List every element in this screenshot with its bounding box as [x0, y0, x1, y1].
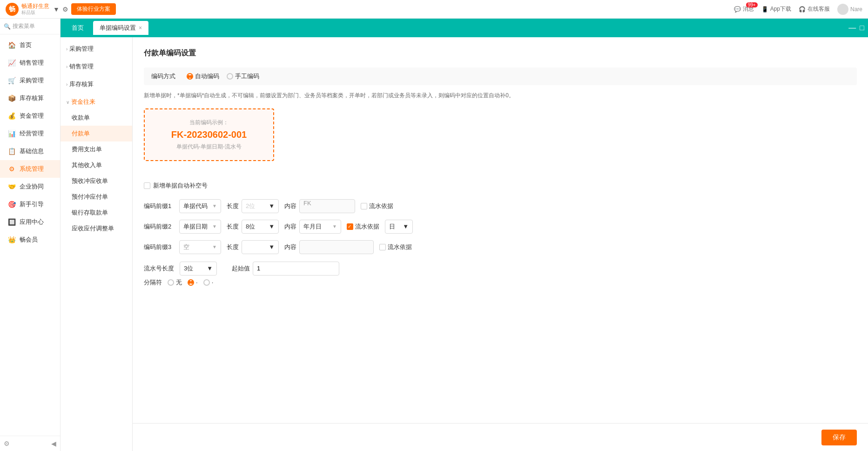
sub-menu-item-receipt[interactable]: 收款单 — [61, 110, 132, 126]
sub-menu-item-payment[interactable]: 付款单 — [61, 126, 132, 141]
start-value-input[interactable] — [253, 262, 339, 276]
sub-menu-purchase[interactable]: › 采购管理 — [61, 41, 132, 57]
auto-fill-checkbox[interactable] — [144, 182, 150, 189]
prefix2-label: 编码前缀2 — [144, 222, 174, 231]
serial-checkbox-3[interactable] — [379, 244, 386, 250]
serial-checkbox-2[interactable] — [347, 223, 353, 230]
sidebar-item-enterprise[interactable]: 🤝 企业协同 — [0, 178, 60, 195]
prefix1-select[interactable]: 单据代码 ▼ — [179, 199, 221, 213]
message-icon: 💬 — [734, 6, 741, 13]
sub-menu-fund[interactable]: ∨ 资金往来 — [61, 94, 132, 110]
auto-fill-row: 新增单据自动补空号 — [144, 182, 857, 190]
chevron-down-icon: ▼ — [212, 244, 217, 249]
chevron-right-icon: › — [66, 64, 67, 69]
auto-code-radio-circle — [187, 73, 193, 80]
sub-menu-item-adjustment[interactable]: 应收应付调整单 — [61, 221, 132, 236]
sep-dot-radio-circle — [188, 279, 194, 286]
auto-code-radio[interactable]: 自动编码 — [187, 72, 219, 81]
separator-row: 分隔符 无 · · — [144, 278, 857, 287]
message-button[interactable]: 💬 消息 99+ — [734, 5, 754, 13]
system-icon: ⚙ — [7, 165, 16, 173]
sidebar-search[interactable]: 🔍 搜索菜单 — [0, 19, 60, 34]
tab-home[interactable]: 首页 — [64, 21, 91, 35]
form-row-3: 编码前缀3 空 ▼ 长度 ▼ — [144, 240, 857, 254]
serial-length-select[interactable]: 3位 ▼ — [180, 262, 217, 276]
sub-menu-item-prepaid-receivable[interactable]: 预收冲应收单 — [61, 173, 132, 189]
sidebar-item-home[interactable]: 🏠 首页 — [0, 36, 60, 54]
content2-select[interactable]: 年月日 ▼ — [299, 220, 341, 234]
online-service-button[interactable]: 🎧 在线客服 — [799, 5, 830, 13]
length1-select[interactable]: 2位 ▼ — [242, 199, 279, 213]
purchase-icon: 🛒 — [7, 76, 16, 85]
logo-text: 畅通好生意 标品版 — [21, 3, 49, 15]
chevron-down-icon: ▼ — [212, 224, 217, 229]
trial-button[interactable]: 体验行业方案 — [71, 3, 116, 15]
content1-input: FK — [299, 199, 355, 213]
top-bar: 畅 畅通好生意 标品版 ▼ ⚙ 体验行业方案 💬 消息 99+ 📱 App下载 … — [0, 0, 868, 19]
sub-menu-item-bank-deposit[interactable]: 银行存取款单 — [61, 205, 132, 221]
sidebar-item-finance[interactable]: 💰 资金管理 — [0, 107, 60, 125]
logo-icon: 畅 — [6, 3, 19, 16]
sub-menu-item-expense[interactable]: 费用支出单 — [61, 141, 132, 157]
search-icon: 🔍 — [4, 23, 11, 30]
sidebar-item-inventory[interactable]: 📦 库存核算 — [0, 89, 60, 107]
chevron-right-icon: › — [66, 82, 67, 87]
top-bar-right: 💬 消息 99+ 📱 App下载 🎧 在线客服 Nare — [734, 4, 862, 15]
message-badge: 99+ — [746, 2, 758, 7]
save-button[interactable]: 保存 — [821, 430, 857, 445]
sidebar-item-operation[interactable]: 📊 经营管理 — [0, 125, 60, 142]
length2-select[interactable]: 8位 ▼ — [242, 220, 279, 234]
content-group-1: 内容 FK — [284, 199, 355, 213]
sub-menu-sales[interactable]: › 销售管理 — [61, 59, 132, 74]
follow-select-2[interactable]: 日 ▼ — [385, 220, 413, 234]
right-panel: 首页 单据编码设置 × — □ › 采购管理 — [61, 19, 868, 451]
dropdown-arrow-button[interactable]: ▼ — [53, 6, 60, 13]
sidebar-item-apps[interactable]: 🔲 应用中心 — [0, 213, 60, 231]
tab-current[interactable]: 单据编码设置 × — [93, 21, 148, 35]
main-layout: 🔍 搜索菜单 🏠 首页 📈 销售管理 🛒 采购管理 📦 库存核算 💰 — [0, 19, 868, 451]
user-area[interactable]: Nare — [837, 4, 862, 15]
top-bar-controls: ▼ ⚙ 体验行业方案 — [53, 3, 116, 15]
serial-checkbox-group-2: 流水依据 — [347, 222, 379, 231]
sub-menu-group-sales: › 销售管理 — [61, 59, 132, 74]
length3-select[interactable]: ▼ — [242, 240, 279, 254]
tab-bar: 首页 单据编码设置 × — □ — [61, 19, 868, 37]
tab-close-button[interactable]: × — [139, 25, 142, 31]
headset-icon: 🎧 — [799, 6, 806, 13]
home-icon: 🏠 — [7, 41, 16, 49]
sidebar-item-sales[interactable]: 📈 销售管理 — [0, 54, 60, 72]
prefix2-select[interactable]: 单据日期 ▼ — [179, 220, 221, 234]
sep-radio-dash[interactable]: · — [203, 279, 214, 286]
sidebar-item-guide[interactable]: 🎯 新手引导 — [0, 195, 60, 213]
manual-code-radio[interactable]: 手工编码 — [227, 72, 259, 81]
mobile-icon: 📱 — [761, 6, 768, 13]
sidebar-collapse-button[interactable]: ◀ — [51, 440, 56, 447]
sidebar-settings-button[interactable]: ⚙ — [4, 440, 10, 447]
serial-checkbox-group-1: 流水依据 — [361, 202, 393, 210]
tab-minimize-button[interactable]: — — [848, 24, 856, 32]
sep-radio-dot[interactable]: · — [188, 279, 198, 286]
app-download-button[interactable]: 📱 App下载 — [761, 5, 791, 13]
sidebar-item-basic[interactable]: 📋 基础信息 — [0, 142, 60, 160]
code-preview-label: 当前编码示例： — [159, 119, 259, 127]
sidebar-item-system[interactable]: ⚙ 系统管理 — [0, 160, 60, 178]
sep-radio-none[interactable]: 无 — [168, 278, 182, 287]
settings-gear-button[interactable]: ⚙ — [62, 6, 68, 13]
sub-menu-item-other-income[interactable]: 其他收入单 — [61, 157, 132, 173]
sub-menu-item-prepaid-payable[interactable]: 预付冲应付单 — [61, 189, 132, 205]
enterprise-icon: 🤝 — [7, 182, 16, 191]
serial-checkbox-1[interactable] — [361, 203, 367, 209]
encoding-section: 编码方式 自动编码 手工编码 — [144, 67, 857, 172]
search-trigger[interactable]: 🔍 搜索菜单 — [4, 22, 56, 30]
start-value-group: 起始值 — [232, 262, 339, 276]
chevron-down-icon: ▼ — [269, 223, 275, 230]
sub-menu-panel: › 采购管理 › 销售管理 › 库存核算 — [61, 37, 133, 451]
sidebar-item-member[interactable]: 👑 畅会员 — [0, 231, 60, 249]
sidebar-item-purchase[interactable]: 🛒 采购管理 — [0, 72, 60, 89]
prefix3-select[interactable]: 空 ▼ — [179, 240, 221, 254]
sales-icon: 📈 — [7, 59, 16, 67]
auto-fill-label: 新增单据自动补空号 — [153, 182, 208, 190]
sub-menu-inventory[interactable]: › 库存核算 — [61, 76, 132, 92]
page-content: 付款单编码设置 编码方式 自动编码 — [133, 37, 868, 423]
tab-maximize-button[interactable]: □ — [860, 24, 864, 32]
